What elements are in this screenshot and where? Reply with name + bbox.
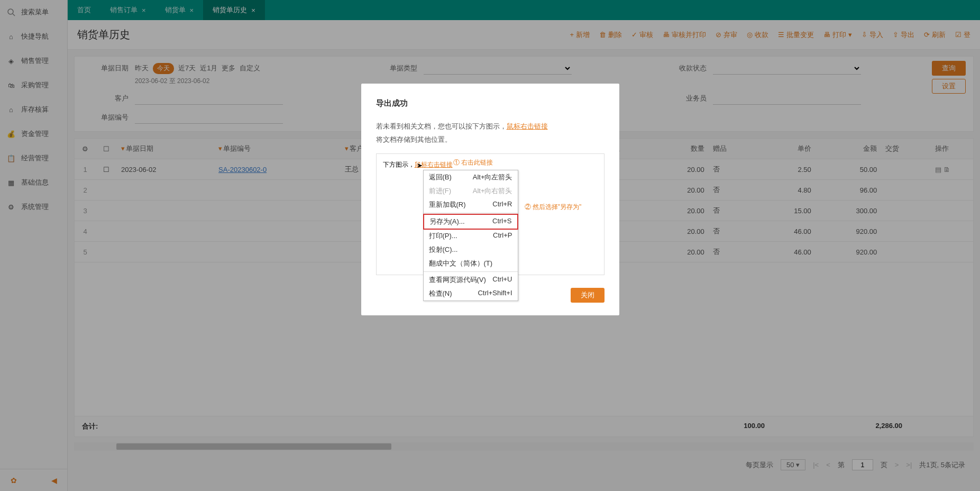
- right-click-link[interactable]: 鼠标右击链接: [507, 122, 548, 130]
- modal-overlay[interactable]: 导出成功 若未看到相关文档，您也可以按下方图示，鼠标右击链接 将文档存储到其他位…: [0, 0, 980, 491]
- modal-title: 导出成功: [376, 98, 605, 108]
- annotation-2: ② 然后选择"另存为": [525, 203, 582, 212]
- export-success-modal: 导出成功 若未看到相关文档，您也可以按下方图示，鼠标右击链接 将文档存储到其他位…: [361, 84, 619, 315]
- annotation-1: ① 右击此链接: [453, 158, 493, 167]
- instruction-image: 下方图示，鼠标右击链接 ➤ ① 右击此链接 ② 然后选择"另存为" 返回(B)A…: [376, 153, 605, 275]
- close-button[interactable]: 关闭: [571, 288, 605, 303]
- cursor-icon: ➤: [417, 161, 423, 169]
- modal-text: 若未看到相关文档，您也可以按下方图示，鼠标右击链接 将文档存储到其他位置。: [376, 120, 605, 146]
- context-menu-illustration: 返回(B)Alt+向左箭头前进(F)Alt+向右箭头重新加载(R)Ctrl+R另…: [423, 170, 518, 301]
